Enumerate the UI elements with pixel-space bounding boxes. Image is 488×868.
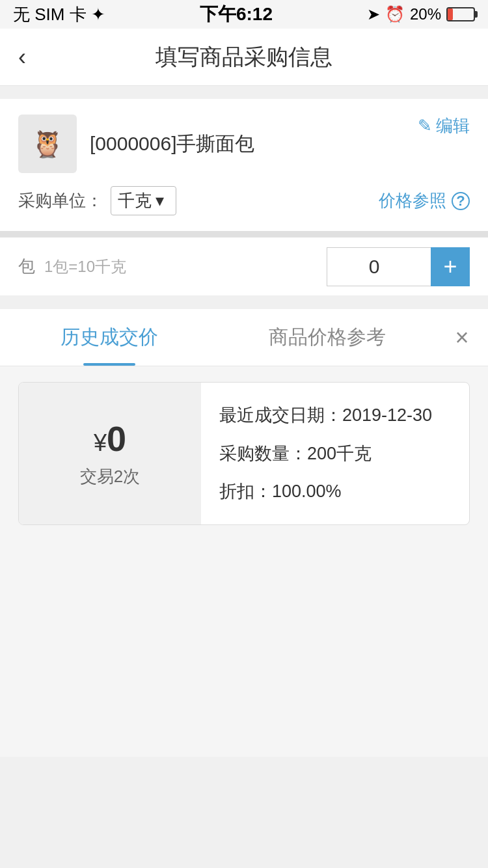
edit-button[interactable]: ✎ 编辑	[418, 115, 470, 137]
unit-desc: 1包=10千克	[44, 256, 126, 277]
product-card: 🦉 [0000006]手撕面包 ✎ 编辑 采购单位： 千克 ▾ 价格参照 ?	[0, 99, 488, 231]
product-name: [0000006]手撕面包	[90, 131, 254, 157]
edit-icon: ✎	[418, 116, 432, 136]
currency-symbol: ¥	[94, 429, 107, 456]
product-logo-icon: 🦉	[31, 129, 64, 159]
battery-pct: 20%	[410, 5, 441, 23]
discount-value: 100.00%	[272, 481, 342, 501]
unit-select[interactable]: 千克 ▾	[111, 186, 176, 215]
history-detail-discount: 折扣：100.00%	[219, 478, 451, 505]
status-left: 无 SIM 卡 ✦	[13, 3, 105, 26]
history-detail-date: 最近成交日期：2019-12-30	[219, 402, 451, 429]
battery-fill	[448, 8, 453, 20]
status-bar: 无 SIM 卡 ✦ 下午6:12 ➤ ⏰ 20%	[0, 0, 488, 29]
unit-badge: 包	[18, 255, 35, 278]
edit-label: 编辑	[436, 115, 470, 137]
history-times-label: 交易2次	[80, 465, 140, 488]
product-thumbnail: 🦉	[18, 115, 77, 173]
tab-product-price-ref[interactable]: 商品价格参考	[218, 309, 436, 366]
battery-icon	[446, 7, 475, 21]
unit-row: 采购单位： 千克 ▾	[18, 186, 176, 215]
price-ref-button[interactable]: 价格参照 ?	[379, 189, 470, 212]
tabs-row: 历史成交价 商品价格参考 ×	[0, 309, 488, 366]
history-detail-qty: 采购数量：200千克	[219, 441, 451, 467]
quantity-row: 包 1包=10千克 +	[0, 237, 488, 296]
page-title: 填写商品采购信息	[156, 42, 332, 72]
section-divider	[0, 231, 488, 237]
price-number: 0	[107, 419, 126, 458]
tabs-close-button[interactable]: ×	[436, 324, 488, 351]
help-icon: ?	[452, 192, 470, 210]
price-ref-label: 价格参照	[379, 189, 446, 212]
history-card: ¥0 交易2次 最近成交日期：2019-12-30 采购数量：200千克 折扣：…	[18, 382, 470, 525]
product-title: 手撕面包	[176, 133, 254, 154]
date-value: 2019-12-30	[342, 405, 432, 425]
tab-active-underline	[83, 363, 135, 366]
dropdown-arrow-icon: ▾	[156, 191, 164, 211]
quantity-plus-button[interactable]: +	[431, 247, 470, 286]
product-id: [0000006]	[90, 133, 176, 154]
sim-signal: 无 SIM 卡 ✦	[13, 3, 105, 26]
unit-value: 千克	[118, 189, 152, 212]
status-right: ➤ ⏰ 20%	[367, 5, 475, 23]
quantity-input-wrap: +	[327, 247, 470, 286]
tab-history-price[interactable]: 历史成交价	[0, 309, 218, 366]
history-price-panel: ¥0 交易2次	[19, 383, 201, 524]
history-price-value: ¥0	[94, 418, 126, 459]
product-bottom: 采购单位： 千克 ▾ 价格参照 ?	[18, 186, 470, 215]
unit-label: 采购单位：	[18, 189, 103, 212]
tab-product-price-ref-label: 商品价格参考	[269, 324, 386, 351]
tab-history-price-label: 历史成交价	[61, 324, 158, 351]
qty-label: 采购数量：	[219, 444, 307, 463]
nav-header: ‹ 填写商品采购信息	[0, 29, 488, 86]
discount-label: 折扣：	[219, 481, 272, 501]
product-top: 🦉 [0000006]手撕面包 ✎ 编辑	[18, 115, 470, 173]
status-time: 下午6:12	[200, 2, 273, 27]
date-label: 最近成交日期：	[219, 405, 342, 425]
location-icon: ➤	[367, 5, 380, 23]
quantity-input[interactable]	[327, 247, 431, 286]
quantity-label: 包 1包=10千克	[18, 255, 327, 278]
qty-value: 200千克	[307, 444, 372, 463]
alarm-icon: ⏰	[385, 5, 405, 23]
history-details-panel: 最近成交日期：2019-12-30 采购数量：200千克 折扣：100.00%	[201, 383, 469, 524]
history-section: ¥0 交易2次 最近成交日期：2019-12-30 采购数量：200千克 折扣：…	[0, 366, 488, 757]
back-button[interactable]: ‹	[18, 44, 26, 71]
product-left: 🦉 [0000006]手撕面包	[18, 115, 254, 173]
